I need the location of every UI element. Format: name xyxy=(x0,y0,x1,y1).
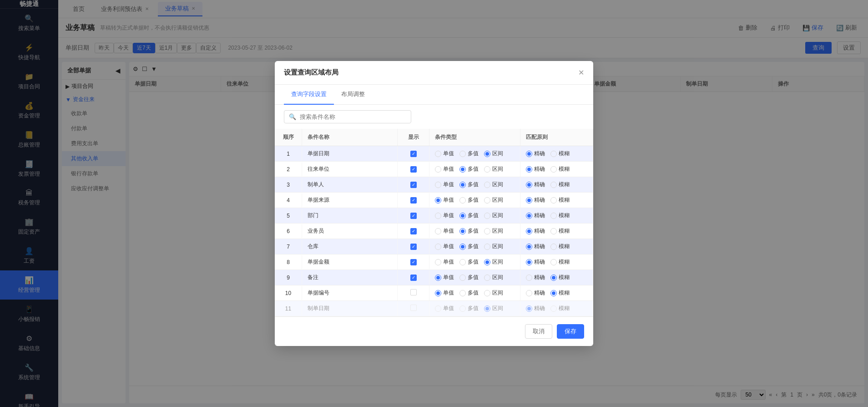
match-option-模糊-9[interactable]: 模糊 xyxy=(550,274,570,281)
modal-save-button[interactable]: 保存 xyxy=(557,324,584,339)
cell-show-6[interactable] xyxy=(398,224,429,238)
match-radio-模糊-10[interactable] xyxy=(550,290,557,296)
match-option-精确-4[interactable]: 精确 xyxy=(526,196,545,204)
type-option-单值-10[interactable]: 单值 xyxy=(435,289,454,297)
type-option-单值-11[interactable]: 单值 xyxy=(435,305,454,312)
type-option-区间-4[interactable]: 区间 xyxy=(484,196,503,204)
match-radio-精确-10[interactable] xyxy=(526,290,532,296)
match-radio-精确-7[interactable] xyxy=(526,244,532,250)
type-radio-多值-11[interactable] xyxy=(459,305,466,312)
match-radio-模糊-11[interactable] xyxy=(550,305,557,312)
type-option-区间-10[interactable]: 区间 xyxy=(484,289,503,297)
type-radio-单值-4[interactable] xyxy=(435,197,441,204)
show-checkbox-11[interactable] xyxy=(410,305,417,311)
type-radio-单值-11[interactable] xyxy=(435,305,441,312)
match-option-精确-5[interactable]: 精确 xyxy=(526,212,545,219)
modal-tab-field[interactable]: 查询字段设置 xyxy=(284,85,334,105)
type-radio-区间-11[interactable] xyxy=(484,305,490,312)
type-radio-区间-2[interactable] xyxy=(484,166,490,173)
type-radio-多值-8[interactable] xyxy=(459,259,466,265)
type-radio-区间-1[interactable] xyxy=(484,151,490,157)
cell-show-3[interactable] xyxy=(398,178,429,192)
match-option-模糊-1[interactable]: 模糊 xyxy=(550,150,570,158)
type-radio-多值-3[interactable] xyxy=(459,182,466,188)
type-option-区间-5[interactable]: 区间 xyxy=(484,212,503,219)
show-checkbox-10[interactable] xyxy=(410,289,417,295)
type-radio-单值-10[interactable] xyxy=(435,290,441,296)
type-option-单值-5[interactable]: 单值 xyxy=(435,212,454,219)
type-option-单值-4[interactable]: 单值 xyxy=(435,196,454,204)
type-radio-区间-9[interactable] xyxy=(484,275,490,281)
type-option-区间-3[interactable]: 区间 xyxy=(484,181,503,188)
cell-show-9[interactable] xyxy=(398,270,429,285)
type-radio-单值-9[interactable] xyxy=(435,275,441,281)
match-option-精确-6[interactable]: 精确 xyxy=(526,227,545,235)
show-checkbox-6[interactable] xyxy=(410,228,417,234)
cell-show-2[interactable] xyxy=(398,162,429,176)
match-radio-模糊-5[interactable] xyxy=(550,213,557,219)
cancel-button[interactable]: 取消 xyxy=(525,324,552,339)
type-radio-多值-2[interactable] xyxy=(459,166,466,173)
match-option-模糊-5[interactable]: 模糊 xyxy=(550,212,570,219)
type-option-多值-4[interactable]: 多值 xyxy=(459,196,479,204)
cell-show-5[interactable] xyxy=(398,209,429,223)
type-radio-区间-6[interactable] xyxy=(484,228,490,234)
type-radio-多值-5[interactable] xyxy=(459,213,466,219)
cell-show-7[interactable] xyxy=(398,239,429,254)
type-option-单值-6[interactable]: 单值 xyxy=(435,227,454,235)
match-radio-模糊-9[interactable] xyxy=(550,275,557,281)
match-radio-模糊-3[interactable] xyxy=(550,182,557,188)
cell-show-11[interactable] xyxy=(398,301,429,316)
type-option-单值-9[interactable]: 单值 xyxy=(435,274,454,281)
type-radio-单值-2[interactable] xyxy=(435,166,441,173)
search-input[interactable] xyxy=(300,113,406,120)
type-option-多值-11[interactable]: 多值 xyxy=(459,305,479,312)
show-checkbox-3[interactable] xyxy=(410,182,417,188)
match-radio-模糊-4[interactable] xyxy=(550,197,557,204)
match-option-模糊-3[interactable]: 模糊 xyxy=(550,181,570,188)
type-radio-单值-1[interactable] xyxy=(435,151,441,157)
match-option-模糊-7[interactable]: 模糊 xyxy=(550,243,570,250)
type-radio-区间-10[interactable] xyxy=(484,290,490,296)
type-option-多值-6[interactable]: 多值 xyxy=(459,227,479,235)
type-radio-单值-6[interactable] xyxy=(435,228,441,234)
match-radio-精确-5[interactable] xyxy=(526,213,532,219)
cell-show-4[interactable] xyxy=(398,193,429,207)
type-radio-多值-6[interactable] xyxy=(459,228,466,234)
match-radio-模糊-7[interactable] xyxy=(550,244,557,250)
match-radio-精确-3[interactable] xyxy=(526,182,532,188)
match-option-精确-7[interactable]: 精确 xyxy=(526,243,545,250)
match-radio-精确-8[interactable] xyxy=(526,259,532,265)
match-radio-精确-6[interactable] xyxy=(526,228,532,234)
type-option-区间-2[interactable]: 区间 xyxy=(484,165,503,173)
show-checkbox-5[interactable] xyxy=(410,213,417,219)
type-option-单值-8[interactable]: 单值 xyxy=(435,258,454,266)
type-radio-单值-5[interactable] xyxy=(435,213,441,219)
type-option-单值-1[interactable]: 单值 xyxy=(435,150,454,158)
type-radio-区间-4[interactable] xyxy=(484,197,490,204)
type-option-区间-7[interactable]: 区间 xyxy=(484,243,503,250)
modal-tab-layout[interactable]: 布局调整 xyxy=(334,85,372,105)
type-option-多值-9[interactable]: 多值 xyxy=(459,274,479,281)
cell-show-1[interactable] xyxy=(398,147,429,161)
type-option-区间-9[interactable]: 区间 xyxy=(484,274,503,281)
type-radio-区间-5[interactable] xyxy=(484,213,490,219)
match-option-精确-2[interactable]: 精确 xyxy=(526,165,545,173)
match-radio-精确-2[interactable] xyxy=(526,166,532,173)
match-option-模糊-8[interactable]: 模糊 xyxy=(550,258,570,266)
type-radio-单值-8[interactable] xyxy=(435,259,441,265)
match-option-精确-8[interactable]: 精确 xyxy=(526,258,545,266)
type-option-多值-10[interactable]: 多值 xyxy=(459,289,479,297)
type-option-多值-8[interactable]: 多值 xyxy=(459,258,479,266)
type-radio-多值-10[interactable] xyxy=(459,290,466,296)
type-option-区间-8[interactable]: 区间 xyxy=(484,258,503,266)
match-radio-精确-1[interactable] xyxy=(526,151,532,157)
type-option-单值-7[interactable]: 单值 xyxy=(435,243,454,250)
match-radio-模糊-1[interactable] xyxy=(550,151,557,157)
type-option-多值-7[interactable]: 多值 xyxy=(459,243,479,250)
show-checkbox-8[interactable] xyxy=(410,259,417,265)
type-radio-多值-9[interactable] xyxy=(459,275,466,281)
match-option-模糊-4[interactable]: 模糊 xyxy=(550,196,570,204)
show-checkbox-9[interactable] xyxy=(410,275,417,281)
modal-close-button[interactable]: ✕ xyxy=(578,68,584,77)
